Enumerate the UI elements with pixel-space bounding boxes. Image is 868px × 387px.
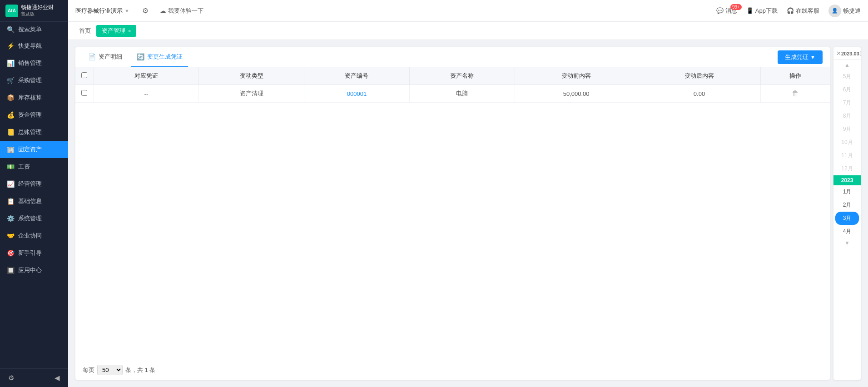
month-item-2023-4[interactable]: 4月	[833, 225, 861, 238]
sidebar-item-label: 采购管理	[18, 76, 42, 84]
col-after-change: 变动后内容	[638, 67, 761, 85]
sidebar-item-quick-nav[interactable]: ⚡ 快捷导航	[0, 37, 68, 55]
asset-table: 对应凭证 变动类型 资产编号 资产名称 变动前内容 变动后内容 操作	[75, 67, 830, 103]
asset-detail-icon: 📄	[88, 53, 96, 60]
cell-voucher: --	[94, 85, 199, 103]
fixed-assets-icon: 🏢	[6, 145, 15, 154]
purchase-icon: 🛒	[6, 76, 15, 84]
sidebar-item-guide[interactable]: 🎯 新手引导	[0, 244, 68, 262]
operations-icon: 📈	[6, 180, 15, 188]
month-item-6[interactable]: 6月	[833, 83, 861, 96]
logo-icon: AtA	[5, 5, 18, 17]
month-item-2023-2[interactable]: 2月	[833, 198, 861, 212]
table-footer: 每页 10 20 50 100 条，共 1 条	[75, 360, 830, 380]
finance-icon: 💰	[6, 111, 15, 119]
sidebar-item-label: 快捷导航	[18, 42, 42, 50]
user-menu[interactable]: 👤 畅捷通	[828, 5, 861, 17]
month-item-7[interactable]: 7月	[833, 96, 861, 109]
row-checkbox[interactable]	[81, 90, 87, 96]
current-date-label: 2023.03	[841, 51, 859, 56]
generate-voucher-button[interactable]: 生成凭证 ▼	[778, 50, 823, 64]
guide-icon: 🎯	[6, 249, 15, 257]
settings-icon[interactable]: ⚙	[139, 4, 152, 18]
col-before-change: 变动前内容	[515, 67, 638, 85]
per-page-label: 每页	[83, 366, 94, 374]
main-card: 📄 资产明细 🔄 变更生成凭证 生成凭证 ▼	[75, 47, 830, 380]
avatar: 👤	[828, 5, 841, 17]
select-all-header[interactable]	[75, 67, 94, 85]
sidebar-item-base-info[interactable]: 📋 基础信息	[0, 193, 68, 210]
tab-asset-detail[interactable]: 📄 资产明细	[83, 47, 128, 67]
notification-button[interactable]: 💬 消息 99+	[716, 7, 737, 15]
month-item-10[interactable]: 10月	[833, 136, 861, 149]
company-selector[interactable]: 医疗器械行业演示 ▼	[75, 7, 129, 15]
month-item-2023-1[interactable]: 1月	[833, 185, 861, 198]
sidebar-item-fixed-assets[interactable]: 🏢 固定资产	[0, 141, 68, 158]
sidebar-item-app-center[interactable]: 🔲 应用中心	[0, 262, 68, 279]
sidebar-item-enterprise[interactable]: 🤝 企业协同	[0, 227, 68, 244]
per-page-select[interactable]: 10 20 50 100	[97, 365, 123, 375]
row-checkbox-cell[interactable]	[75, 85, 94, 103]
panel-close-button[interactable]: ✕	[836, 50, 841, 57]
settings-bottom-icon[interactable]: ⚙	[6, 373, 15, 382]
download-icon: 📱	[746, 7, 754, 14]
panel-expand-button[interactable]: ⊡	[859, 50, 861, 57]
delete-icon[interactable]: 🗑	[792, 89, 799, 97]
cell-action[interactable]: 🗑	[761, 85, 830, 103]
sidebar-item-ledger[interactable]: 📒 总账管理	[0, 124, 68, 141]
sales-icon: 📊	[6, 59, 15, 67]
sidebar-item-operations[interactable]: 📈 经营管理	[0, 175, 68, 193]
month-item-9[interactable]: 9月	[833, 123, 861, 136]
sidebar-item-system[interactable]: ⚙️ 系统管理	[0, 210, 68, 227]
notification-icon: 💬	[716, 7, 724, 14]
base-info-icon: 📋	[6, 197, 15, 205]
username-label: 畅捷通	[843, 7, 861, 15]
customer-service-button[interactable]: 🎧 在线客服	[787, 7, 819, 15]
tab-close-button[interactable]: ×	[128, 28, 131, 34]
total-label: 条，共 1 条	[125, 366, 155, 374]
change-voucher-icon: 🔄	[137, 53, 144, 60]
sidebar-item-label: 固定资产	[18, 145, 42, 154]
sidebar-item-sales[interactable]: 📊 销售管理	[0, 55, 68, 72]
app-download-button[interactable]: 📱 App下载	[746, 7, 778, 15]
cell-asset-code[interactable]: 000001	[304, 85, 410, 103]
company-name: 医疗器械行业演示	[75, 7, 123, 15]
headset-icon: 🎧	[787, 7, 794, 14]
asset-management-tab[interactable]: 资产管理 ×	[96, 25, 136, 37]
sidebar-item-finance[interactable]: 💰 资金管理	[0, 106, 68, 124]
search-icon: 🔍	[6, 25, 15, 34]
sidebar-item-label: 基础信息	[18, 197, 42, 205]
sidebar-item-payroll[interactable]: 💵 工资	[0, 158, 68, 175]
month-item-12[interactable]: 12月	[833, 162, 861, 175]
tab-change-voucher[interactable]: 🔄 变更生成凭证	[131, 47, 188, 67]
scroll-down-button[interactable]: ▼	[833, 238, 861, 248]
sidebar-item-label: 企业协同	[18, 232, 42, 240]
sidebar-item-search[interactable]: 🔍 搜索菜单	[0, 22, 68, 37]
panel-scroll[interactable]: ▲ 5月 6月 7月 8月 9月 10月 11月 12月 2023 1月 2月 …	[833, 60, 861, 380]
logo-sub: 普及版	[21, 11, 54, 17]
experience-button[interactable]: ☁ 我要体验一下	[159, 7, 203, 15]
year-2023-label: 2023	[833, 175, 861, 185]
select-all-checkbox[interactable]	[81, 72, 87, 78]
tab-change-voucher-label: 变更生成凭证	[147, 53, 183, 61]
collapse-icon[interactable]: ◀	[53, 373, 62, 382]
col-voucher: 对应凭证	[94, 67, 199, 85]
month-item-5[interactable]: 5月	[833, 70, 861, 83]
cell-change-type: 资产清理	[199, 85, 304, 103]
sidebar-item-label: 销售管理	[18, 59, 42, 67]
month-item-11[interactable]: 11月	[833, 149, 861, 162]
sidebar-item-label: 总账管理	[18, 128, 42, 136]
sidebar-item-label: 应用中心	[18, 266, 42, 274]
inventory-icon: 📦	[6, 94, 15, 102]
sidebar-item-inventory[interactable]: 📦 库存核算	[0, 89, 68, 106]
sidebar: AtA 畅捷通好业财 普及版 🔍 搜索菜单 ⚡ 快捷导航 📊 销售管理 🛒 采购…	[0, 0, 68, 387]
home-tab[interactable]: 首页	[75, 25, 94, 37]
month-item-2023-3[interactable]: 3月	[835, 212, 859, 225]
month-item-8[interactable]: 8月	[833, 109, 861, 123]
per-page-selector: 每页 10 20 50 100 条，共 1 条	[83, 365, 155, 375]
sidebar-item-purchase[interactable]: 🛒 采购管理	[0, 72, 68, 89]
sidebar-bottom: ⚙ ◀	[0, 368, 68, 387]
scroll-up-button[interactable]: ▲	[833, 60, 861, 70]
generate-dropdown-icon: ▼	[810, 55, 815, 60]
system-icon: ⚙️	[6, 214, 15, 223]
